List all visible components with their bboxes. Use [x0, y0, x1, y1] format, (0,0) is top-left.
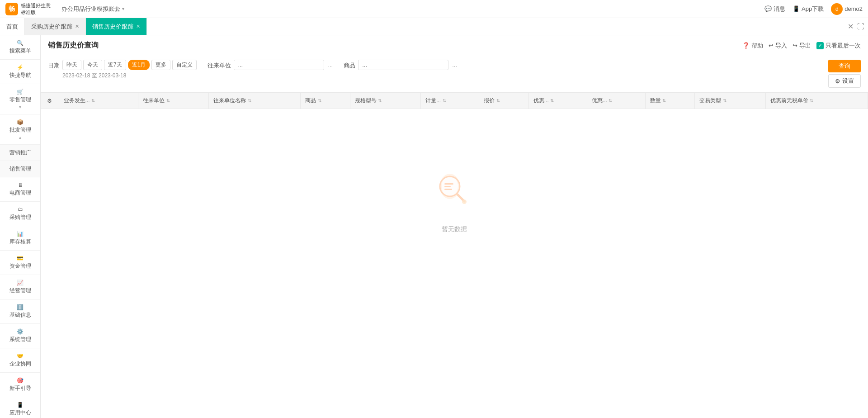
date-filter-options: 昨天 今天 近7天 近1月 更多 自定义 2023-02-18 至 2023-0… — [62, 60, 197, 80]
sidebar-item-marketing[interactable]: 营销推广 — [0, 145, 40, 161]
sidebar-item-search-menu[interactable]: 🔍 搜索菜单 — [0, 35, 40, 60]
sort-icon: ⇅ — [378, 98, 382, 103]
date-filter-row: 昨天 今天 近7天 近1月 更多 自定义 — [62, 60, 197, 70]
date-1month[interactable]: 近1月 — [128, 60, 150, 70]
message-button[interactable]: 💬 消息 — [764, 5, 785, 13]
wholesale-sub-items: 营销推广 销售管理 — [0, 145, 40, 177]
tab-sales-close[interactable]: ✕ — [136, 24, 140, 29]
lightning-icon: ⚡ — [17, 64, 24, 71]
sidebar-item-newbie-guide[interactable]: 🎯 新手引导 — [0, 373, 40, 397]
tab-sales-label: 销售历史价跟踪 — [92, 23, 133, 31]
logo-icon: 畅 — [5, 3, 18, 15]
maximize-button[interactable]: ⛶ — [857, 23, 864, 31]
sidebar-item-purchase-mgmt[interactable]: 🗂 采购管理 — [0, 202, 40, 226]
col-pretax-price[interactable]: 优惠前无税单价 ⇅ — [765, 93, 868, 109]
sidebar-item-inventory[interactable]: 📊 库存核算 — [0, 226, 40, 251]
col-counterparty-name[interactable]: 往来单位名称 ⇅ — [209, 93, 301, 109]
sidebar-item-ecommerce[interactable]: 🖥 电商管理 — [0, 177, 40, 202]
counterparty-input[interactable] — [234, 60, 324, 70]
page-actions: ❓ 帮助 ↩ 导入 ↪ 导出 只看最后一次 — [742, 42, 861, 50]
user-menu[interactable]: d demo2 — [831, 3, 863, 15]
date-yesterday[interactable]: 昨天 — [62, 60, 81, 70]
export-button[interactable]: ↪ 导出 — [793, 42, 811, 50]
sidebar-item-basic-info[interactable]: ℹ️ 基础信息 — [0, 299, 40, 324]
import-button[interactable]: ↩ 导入 — [769, 42, 787, 50]
download-icon: 📱 — [793, 5, 800, 12]
tab-purchase-history[interactable]: 采购历史价跟踪 ✕ — [25, 18, 86, 35]
chevron-down-icon: ▾ — [122, 6, 124, 11]
export-icon: ↪ — [793, 42, 797, 49]
col-biz-date[interactable]: 业务发生... ⇅ — [59, 93, 138, 109]
col-unit[interactable]: 计量... ⇅ — [421, 93, 479, 109]
trending-icon: 📈 — [17, 280, 24, 286]
sidebar-item-quick-nav[interactable]: ⚡ 快捷导航 — [0, 60, 40, 84]
sidebar-item-fund-mgmt[interactable]: 💳 资金管理 — [0, 251, 40, 275]
chart-icon: 📊 — [17, 231, 24, 237]
top-bar-left: 畅 畅捷通好生意 标准版 办公用品行业模拟账套 ▾ — [5, 2, 124, 15]
col-quantity[interactable]: 数量 ⇅ — [645, 93, 695, 109]
settings-icon: ⚙ — [835, 78, 840, 85]
message-icon: 💬 — [764, 5, 772, 12]
product-label: 商品 — [344, 60, 355, 70]
date-7days[interactable]: 近7天 — [104, 60, 126, 70]
monitor-icon: 🖥 — [18, 182, 23, 188]
sidebar-item-sales-mgmt[interactable]: 销售管理 — [0, 161, 40, 177]
header-row: ⚙ 业务发生... ⇅ 往来单位 ⇅ 往来单位名称 ⇅ 商品 ⇅ 规格型号 ⇅ … — [41, 93, 868, 109]
empty-text: 暂无数据 — [442, 225, 467, 233]
sidebar-item-system-mgmt[interactable]: ⚙️ 系统管理 — [0, 324, 40, 348]
chevron-down-icon: ▾ — [19, 104, 21, 109]
sort-icon: ⇅ — [166, 98, 170, 103]
col-counterparty-code[interactable]: 往来单位 ⇅ — [138, 93, 209, 109]
col-discount2[interactable]: 优惠... ⇅ — [587, 93, 645, 109]
sidebar-item-wholesale-mgmt[interactable]: 📦 批发管理 ▴ — [0, 114, 40, 145]
help-icon: ❓ — [742, 42, 750, 49]
col-spec[interactable]: 规格型号 ⇅ — [350, 93, 420, 109]
sidebar: 🔍 搜索菜单 ⚡ 快捷导航 🛒 零售管理 ▾ 📦 批发管理 ▴ 营销推广 销售管… — [0, 35, 41, 418]
tab-purchase-close[interactable]: ✕ — [75, 24, 79, 29]
sidebar-item-retail-mgmt[interactable]: 🛒 零售管理 ▾ — [0, 84, 40, 114]
page-header: 销售历史价查询 ❓ 帮助 ↩ 导入 ↪ 导出 只看最后一次 — [41, 35, 868, 55]
product-input-group: ... — [358, 60, 457, 70]
query-button[interactable]: 查询 — [828, 60, 861, 72]
handshake-icon: 🤝 — [17, 353, 24, 359]
main-layout: 🔍 搜索菜单 ⚡ 快捷导航 🛒 零售管理 ▾ 📦 批发管理 ▴ 营销推广 销售管… — [0, 35, 868, 418]
import-icon: ↩ — [769, 42, 774, 49]
date-range-display: 2023-02-18 至 2023-03-18 — [62, 72, 197, 80]
counterparty-filter-group: 往来单位 ... — [208, 60, 333, 70]
counterparty-input-group: ... — [234, 60, 333, 70]
sort-icon: ⇅ — [550, 98, 554, 103]
empty-state: 暂无数据 — [41, 109, 868, 290]
app-icon: 📱 — [17, 402, 24, 408]
tab-bar-actions: ✕ ⛶ — [848, 18, 868, 35]
sidebar-item-enterprise-agreement[interactable]: 🤝 企业协同 — [0, 348, 40, 373]
tab-home[interactable]: 首页 — [0, 18, 25, 35]
col-settings[interactable]: ⚙ — [41, 93, 59, 109]
product-input[interactable] — [358, 60, 448, 70]
date-more[interactable]: 更多 — [151, 60, 170, 70]
sidebar-item-app-center[interactable]: 📱 应用中心 — [0, 397, 40, 418]
help-button[interactable]: ❓ 帮助 — [742, 42, 763, 50]
col-quoted-price[interactable]: 报价 ⇅ — [479, 93, 529, 109]
col-product[interactable]: 商品 ⇅ — [301, 93, 350, 109]
date-custom[interactable]: 自定义 — [172, 60, 197, 70]
tab-bar: 首页 采购历史价跟踪 ✕ 销售历史价跟踪 ✕ ✕ ⛶ — [0, 18, 868, 35]
top-bar-right: 💬 消息 📱 App下载 d demo2 — [764, 3, 863, 15]
col-trade-type[interactable]: 交易类型 ⇅ — [695, 93, 765, 109]
folder-icon: 🗂 — [18, 206, 23, 213]
sidebar-item-ops-mgmt[interactable]: 📈 经营管理 — [0, 275, 40, 299]
date-today[interactable]: 今天 — [83, 60, 102, 70]
app-download-button[interactable]: 📱 App下载 — [793, 5, 824, 13]
info-icon: ℹ️ — [17, 304, 24, 310]
only-last-checkbox[interactable] — [816, 42, 824, 49]
target-icon: 🎯 — [17, 377, 24, 384]
close-window-button[interactable]: ✕ — [848, 22, 854, 31]
box-icon: 📦 — [17, 119, 24, 125]
avatar: d — [831, 3, 843, 15]
sort-icon: ⇅ — [496, 98, 500, 103]
settings-button[interactable]: ⚙ 设置 — [828, 74, 861, 88]
col-discount1[interactable]: 优惠... ⇅ — [528, 93, 587, 109]
tab-sales-history[interactable]: 销售历史价跟踪 ✕ — [86, 18, 147, 35]
only-last-checkbox-label[interactable]: 只看最后一次 — [816, 42, 861, 50]
main-table: ⚙ 业务发生... ⇅ 往来单位 ⇅ 往来单位名称 ⇅ 商品 ⇅ 规格型号 ⇅ … — [41, 93, 868, 109]
company-selector[interactable]: 办公用品行业模拟账套 ▾ — [61, 5, 124, 13]
